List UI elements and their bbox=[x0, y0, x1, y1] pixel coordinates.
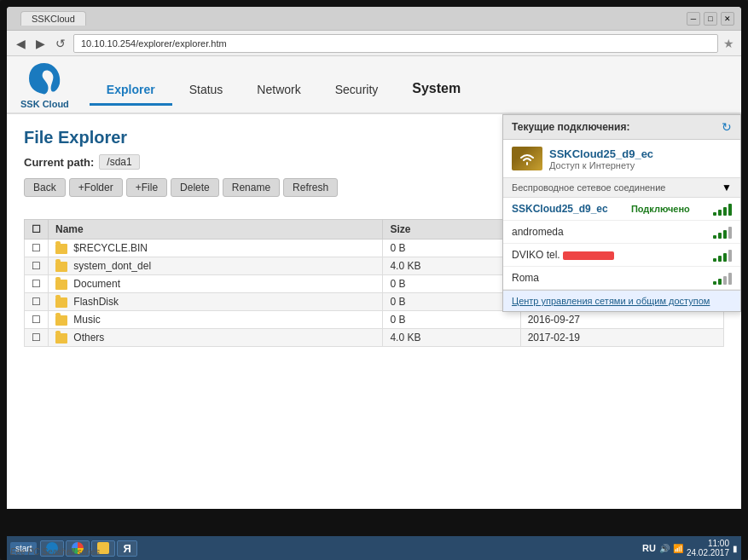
new-folder-btn[interactable]: +Folder bbox=[69, 178, 123, 197]
row-date: 2016-09-27 bbox=[520, 311, 723, 329]
bar1 bbox=[713, 235, 716, 239]
bar2 bbox=[718, 233, 722, 239]
nav-network[interactable]: Network bbox=[240, 76, 317, 106]
row-name: Others bbox=[49, 329, 383, 347]
wifi-connected-info: SSKCloud25_d9_ec Доступ к Интернету bbox=[549, 147, 653, 170]
browser-window: SSKCloud ─ □ ✕ ◀ ▶ ↺ ★ SSK Cloud Explore… bbox=[7, 7, 741, 509]
delete-btn[interactable]: Delete bbox=[171, 178, 219, 197]
row-size: 0 B bbox=[383, 293, 520, 311]
close-button[interactable]: ✕ bbox=[721, 12, 734, 26]
back-btn[interactable]: Back bbox=[24, 178, 66, 197]
wifi-header-text: Текущие подключения: bbox=[512, 121, 629, 133]
row-name: $RECYCLE.BIN bbox=[49, 240, 383, 257]
rename-btn[interactable]: Rename bbox=[223, 178, 280, 197]
bar3 bbox=[723, 276, 727, 285]
taskbar-tray: RU 🔊 📶 11:00 24.02.2017 ▮ bbox=[642, 539, 738, 557]
row-name: Document bbox=[49, 275, 383, 293]
table-row[interactable]: ☐ Others 4.0 KB 2017-02-19 bbox=[25, 329, 724, 347]
bar4 bbox=[728, 204, 732, 216]
table-row[interactable]: ☐ Music 0 B 2016-09-27 bbox=[25, 311, 724, 329]
row-size: 0 B bbox=[383, 311, 520, 329]
taskbar-yandex[interactable]: Я bbox=[117, 540, 136, 557]
forward-button[interactable]: ▶ bbox=[33, 37, 48, 50]
yandex-label: Я bbox=[123, 542, 130, 555]
network-name-3: DVIKO tel. bbox=[512, 249, 614, 261]
folder-icon bbox=[55, 333, 67, 344]
bar1 bbox=[713, 212, 716, 216]
network-name-4: Roma bbox=[512, 272, 539, 284]
tray-clock: 11:00 24.02.2017 bbox=[687, 539, 729, 557]
wifi-network-row-1[interactable]: SSKCloud25_d9_ec Подключено bbox=[503, 198, 740, 221]
connected-status: Подключено bbox=[631, 204, 690, 214]
row-checkbox[interactable]: ☐ bbox=[25, 293, 49, 311]
back-button[interactable]: ◀ bbox=[14, 37, 28, 50]
ssk-logo: SSK Cloud bbox=[20, 60, 69, 109]
col-size: Size bbox=[383, 220, 520, 240]
address-input[interactable] bbox=[73, 34, 718, 53]
wifi-network-row-3[interactable]: DVIKO tel. bbox=[503, 244, 740, 267]
ssk-header: SSK Cloud Explorer Status Network Securi… bbox=[7, 56, 741, 114]
bar2 bbox=[718, 279, 722, 285]
new-file-btn[interactable]: +File bbox=[126, 178, 167, 197]
row-checkbox[interactable]: ☐ bbox=[25, 240, 49, 257]
row-name: FlashDisk bbox=[49, 293, 383, 311]
wifi-footer[interactable]: Центр управления сетями и общим доступом bbox=[503, 290, 740, 311]
ssk-logo-text: SSK Cloud bbox=[20, 99, 69, 109]
refresh-button[interactable]: ↺ bbox=[53, 37, 68, 50]
bar3 bbox=[723, 253, 727, 262]
row-date: 2017-02-19 bbox=[520, 329, 723, 347]
bar1 bbox=[713, 258, 716, 262]
tray-language: RU bbox=[642, 543, 656, 553]
wifi-connected-block: SSKCloud25_d9_ec Доступ к Интернету bbox=[503, 140, 740, 178]
nav-system[interactable]: System bbox=[395, 74, 478, 106]
wifi-section-header: Беспроводное сетевое соединение ▼ bbox=[503, 178, 740, 198]
col-name: Name bbox=[49, 220, 383, 240]
bar1 bbox=[713, 281, 716, 285]
minimize-button[interactable]: ─ bbox=[687, 12, 700, 26]
nav-status[interactable]: Status bbox=[172, 76, 241, 106]
bar4 bbox=[728, 227, 732, 239]
ssk-logo-icon bbox=[26, 60, 63, 97]
bottom-text: Eee PC Seashell series bbox=[10, 547, 100, 557]
row-checkbox[interactable]: ☐ bbox=[25, 329, 49, 347]
row-checkbox[interactable]: ☐ bbox=[25, 311, 49, 329]
wifi-refresh-icon[interactable]: ↻ bbox=[722, 120, 732, 134]
bookmark-icon[interactable]: ★ bbox=[723, 37, 734, 50]
nav-explorer[interactable]: Explorer bbox=[90, 76, 172, 106]
tray-date: 24.02.2017 bbox=[687, 548, 729, 557]
row-checkbox[interactable]: ☐ bbox=[25, 257, 49, 275]
tray-show-desktop[interactable]: ▮ bbox=[733, 544, 738, 553]
network-name-2: andromeda bbox=[512, 226, 564, 238]
row-size: 0 B bbox=[383, 240, 520, 257]
path-value: /sda1 bbox=[99, 154, 139, 170]
browser-tab[interactable]: SSKCloud bbox=[20, 11, 86, 26]
tray-volume[interactable]: 🔊 bbox=[659, 544, 670, 553]
signal-bars-4 bbox=[713, 271, 732, 285]
taskbar-items: Я bbox=[40, 540, 642, 557]
ssk-nav: Explorer Status Network Security System bbox=[90, 63, 478, 106]
tray-time: 11:00 bbox=[687, 539, 729, 548]
wifi-icon-large bbox=[512, 147, 542, 170]
connected-sub: Доступ к Интернету bbox=[549, 160, 653, 170]
folder-icon bbox=[55, 315, 67, 326]
network-name-1: SSKCloud25_d9_ec bbox=[512, 203, 608, 215]
tray-wifi[interactable]: 📶 bbox=[673, 544, 683, 553]
row-name: Music bbox=[49, 311, 383, 329]
wifi-network-row-4[interactable]: Roma bbox=[503, 267, 740, 290]
nav-security[interactable]: Security bbox=[318, 76, 396, 106]
maximize-button[interactable]: □ bbox=[704, 12, 717, 26]
signal-bars-1 bbox=[713, 202, 732, 216]
wifi-network-row-2[interactable]: andromeda bbox=[503, 221, 740, 244]
bar3 bbox=[723, 207, 727, 216]
refresh-btn[interactable]: Refresh bbox=[283, 178, 338, 197]
bar2 bbox=[718, 210, 722, 216]
folder-icon bbox=[55, 297, 67, 308]
bar3 bbox=[723, 230, 727, 239]
signal-bars-3 bbox=[713, 248, 732, 262]
bar2 bbox=[718, 256, 722, 262]
row-size: 4.0 KB bbox=[383, 257, 520, 275]
connected-ssid: SSKCloud25_d9_ec bbox=[549, 147, 653, 160]
row-name: system_dont_del bbox=[49, 257, 383, 275]
row-checkbox[interactable]: ☐ bbox=[25, 275, 49, 293]
bar4 bbox=[728, 250, 732, 262]
